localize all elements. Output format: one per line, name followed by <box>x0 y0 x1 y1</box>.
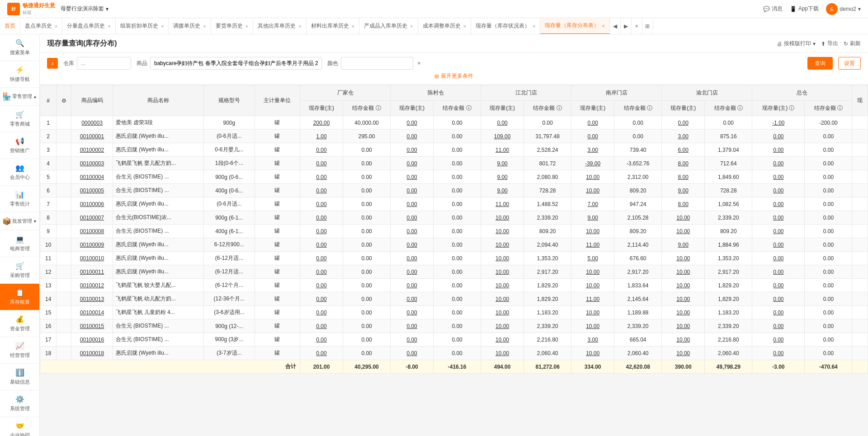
yubei-qty[interactable]: 10.00 <box>662 225 705 238</box>
total-qty[interactable]: 0.00 <box>752 347 805 360</box>
total-qty[interactable]: 0.00 <box>752 306 805 319</box>
tab-kucun-status[interactable]: 现存量（库存状况表） × <box>471 18 540 34</box>
nanan-qty[interactable]: 10.00 <box>571 225 614 238</box>
total-qty[interactable]: 0.00 <box>752 279 805 292</box>
factory-qty[interactable]: 0.00 <box>300 306 343 319</box>
factory-qty[interactable]: 0.00 <box>300 211 343 225</box>
factory-qty[interactable]: 0.00 <box>300 333 343 347</box>
tab-fenpan[interactable]: 分量盘点单历史 × <box>62 18 115 34</box>
yubei-qty[interactable]: 10.00 <box>662 347 705 360</box>
tab-pandian[interactable]: 盘点单历史 × <box>20 18 62 34</box>
jiangbei-qty[interactable]: 9.00 <box>481 170 524 184</box>
product-code[interactable]: 00100002 <box>71 143 113 157</box>
yubei-qty[interactable]: 10.00 <box>662 211 705 225</box>
product-input[interactable] <box>150 57 322 70</box>
chen-qty[interactable]: 0.00 <box>391 157 434 170</box>
app-download-btn[interactable]: 📱 App下载 <box>790 5 819 13</box>
yubei-qty[interactable]: 10.00 <box>662 252 705 265</box>
yubei-qty[interactable]: 10.00 <box>662 292 705 306</box>
factory-qty[interactable]: 0.00 <box>300 347 343 360</box>
sidebar-item-mall[interactable]: 🛒 零售商城 <box>0 106 39 132</box>
nanan-qty[interactable]: 10.00 <box>571 184 614 197</box>
nanan-qty[interactable]: 10.00 <box>571 279 614 292</box>
messages-btn[interactable]: 💬 消息 <box>763 5 783 13</box>
export-btn[interactable]: ⬆ 导出 <box>821 40 838 47</box>
yubei-qty[interactable]: 6.00 <box>662 143 705 157</box>
product-code[interactable]: 00100004 <box>71 170 113 184</box>
product-code[interactable]: 00100006 <box>71 197 113 211</box>
print-btn[interactable]: 🖨 按模版打印 ▾ <box>777 40 816 47</box>
yubei-qty[interactable]: 10.00 <box>662 279 705 292</box>
user-menu[interactable]: E demo2 ▾ <box>826 3 861 15</box>
tab-kucun-dist[interactable]: 现存量（库存分布表） × <box>540 18 609 34</box>
chen-qty[interactable]: 0.00 <box>391 197 434 211</box>
sidebar-item-retail-stats[interactable]: 📊 零售统计 <box>0 186 39 212</box>
nanan-qty[interactable]: 3.00 <box>571 143 614 157</box>
close-icon[interactable]: × <box>533 23 535 29</box>
total-qty[interactable]: 0.00 <box>752 333 805 347</box>
jiangbei-qty[interactable]: 11.00 <box>481 143 524 157</box>
expand-arrow[interactable]: › <box>47 58 58 69</box>
close-icon[interactable]: × <box>352 23 354 29</box>
settings-button[interactable]: 设置 <box>838 57 861 70</box>
product-code[interactable]: 00100011 <box>71 265 113 279</box>
factory-qty[interactable]: 0.00 <box>300 319 343 333</box>
jiangbei-qty[interactable]: 10.00 <box>481 265 524 279</box>
sidebar-item-inventory[interactable]: 📋 库存核算 <box>0 284 39 310</box>
factory-qty[interactable]: 1.00 <box>300 130 343 143</box>
nanan-qty[interactable]: 10.00 <box>571 347 614 360</box>
close-icon[interactable]: × <box>245 23 248 29</box>
jiangbei-qty[interactable]: 9.00 <box>481 184 524 197</box>
jiangbei-qty[interactable]: 9.00 <box>481 157 524 170</box>
jiangbei-qty[interactable]: 0.00 <box>481 116 524 130</box>
product-code[interactable]: 00100003 <box>71 157 113 170</box>
yubei-qty[interactable]: 10.00 <box>662 333 705 347</box>
factory-qty[interactable]: 0.00 <box>300 252 343 265</box>
product-code[interactable]: 00100008 <box>71 225 113 238</box>
sidebar-item-purchase[interactable]: 🛒 采购管理 <box>0 257 39 284</box>
factory-qty[interactable]: 0.00 <box>300 143 343 157</box>
chen-qty[interactable]: 0.00 <box>391 333 434 347</box>
product-code[interactable]: 00100007 <box>71 211 113 225</box>
sidebar-item-basic[interactable]: ℹ️ 基础信息 <box>0 364 39 390</box>
sidebar-item-system[interactable]: ⚙️ 系统管理 <box>0 390 39 417</box>
close-icon[interactable]: × <box>602 23 604 28</box>
chen-qty[interactable]: 0.00 <box>391 306 434 319</box>
nanan-qty[interactable]: 3.00 <box>571 333 614 347</box>
tab-qitachu[interactable]: 其他出库单历史 × <box>253 18 306 34</box>
total-qty[interactable]: 0.00 <box>752 197 805 211</box>
jiangbei-qty[interactable]: 10.00 <box>481 225 524 238</box>
chen-qty[interactable]: 0.00 <box>391 170 434 184</box>
nanan-qty[interactable]: 0.00 <box>571 130 614 143</box>
factory-qty[interactable]: 0.00 <box>300 292 343 306</box>
chen-qty[interactable]: 0.00 <box>391 184 434 197</box>
close-icon[interactable]: × <box>203 23 206 29</box>
nanan-qty[interactable]: 9.00 <box>571 211 614 225</box>
tab-nav-right[interactable]: ▶ <box>621 18 632 34</box>
total-qty[interactable]: 0.00 <box>752 211 805 225</box>
factory-qty[interactable]: 200.00 <box>300 116 343 130</box>
total-qty[interactable]: 0.00 <box>752 130 805 143</box>
close-icon[interactable]: × <box>55 23 57 29</box>
tab-chengben[interactable]: 成本调整单历史 × <box>418 18 471 34</box>
sidebar-item-search[interactable]: 🔍 搜索英单 <box>0 34 39 61</box>
tab-nav-left[interactable]: ◀ <box>610 18 621 34</box>
total-qty[interactable]: 0.00 <box>752 170 805 184</box>
warehouse-input[interactable] <box>77 57 131 70</box>
nanan-qty[interactable]: 10.00 <box>571 306 614 319</box>
chen-qty[interactable]: 0.00 <box>391 225 434 238</box>
tab-yaohuo[interactable]: 要货单历史 × <box>211 18 253 34</box>
total-qty[interactable]: 0.00 <box>752 143 805 157</box>
chen-qty[interactable]: 0.00 <box>391 130 434 143</box>
sidebar-item-nav[interactable]: ⚡ 快捷导航 <box>0 61 39 88</box>
total-qty[interactable]: 0.00 <box>752 252 805 265</box>
total-qty[interactable]: -1.00 <box>752 116 805 130</box>
product-code[interactable]: 00100001 <box>71 130 113 143</box>
yubei-qty[interactable]: 10.00 <box>662 265 705 279</box>
chen-qty[interactable]: 0.00 <box>391 279 434 292</box>
jiangbei-qty[interactable]: 10.00 <box>481 211 524 225</box>
yubei-qty[interactable]: 10.00 <box>662 319 705 333</box>
factory-qty[interactable]: 0.00 <box>300 157 343 170</box>
jiangbei-qty[interactable]: 10.00 <box>481 292 524 306</box>
product-code[interactable]: 00100018 <box>71 347 113 360</box>
